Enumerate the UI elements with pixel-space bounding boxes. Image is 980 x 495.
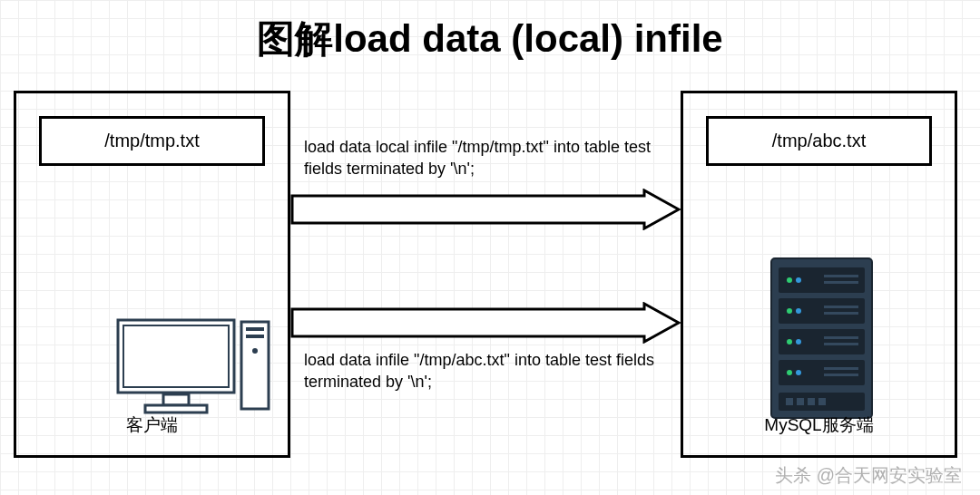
svg-point-16 [796, 308, 801, 314]
svg-rect-32 [808, 398, 815, 405]
server-container: /tmp/abc.txt MySQL服务端 [681, 91, 957, 458]
server-label: MySQL服务端 [683, 414, 955, 437]
svg-point-10 [787, 277, 792, 283]
svg-point-15 [787, 308, 792, 314]
page-title: 图解load data (local) infile [0, 14, 980, 64]
computer-icon [116, 311, 270, 420]
svg-rect-5 [123, 325, 229, 387]
watermark: 头杀 @合天网安实验室 [775, 463, 962, 488]
svg-rect-33 [818, 398, 826, 405]
server-file-path: /tmp/abc.txt [706, 116, 932, 166]
svg-rect-22 [824, 336, 858, 339]
svg-rect-12 [824, 275, 858, 277]
client-label: 客户端 [16, 414, 288, 437]
svg-rect-23 [824, 343, 858, 345]
svg-rect-28 [824, 374, 858, 376]
arrow-top-label: load data local infile "/tmp/tmp.txt" in… [304, 136, 685, 180]
svg-point-21 [796, 339, 801, 345]
svg-point-3 [252, 348, 258, 354]
svg-rect-13 [824, 281, 858, 284]
svg-point-11 [796, 277, 801, 283]
svg-rect-17 [824, 306, 858, 308]
svg-point-25 [787, 370, 792, 375]
client-file-path: /tmp/tmp.txt [39, 116, 265, 166]
svg-rect-1 [246, 327, 264, 331]
svg-marker-35 [292, 304, 679, 342]
svg-rect-6 [163, 394, 189, 405]
server-icon [769, 257, 874, 420]
svg-rect-27 [824, 367, 858, 370]
svg-rect-18 [824, 312, 858, 315]
svg-rect-2 [246, 335, 264, 338]
arrow-bottom-label: load data infile "/tmp/abc.txt" into tab… [304, 349, 685, 393]
svg-marker-34 [292, 190, 679, 228]
svg-rect-7 [145, 405, 207, 412]
svg-rect-31 [797, 398, 804, 405]
client-container: /tmp/tmp.txt 客户端 [14, 91, 290, 458]
svg-rect-30 [786, 398, 793, 405]
arrow-infile [290, 302, 681, 344]
svg-point-26 [796, 370, 801, 375]
svg-point-20 [787, 339, 792, 345]
arrow-local-infile [290, 189, 681, 230]
